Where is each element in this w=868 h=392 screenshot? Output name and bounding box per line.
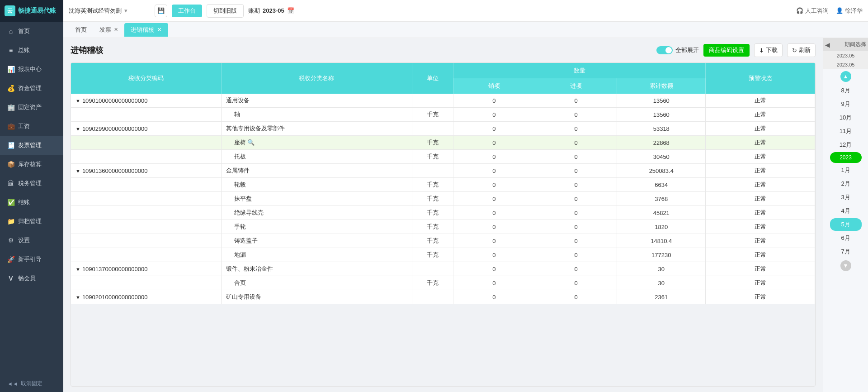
app-name: 畅捷通易代账 bbox=[18, 7, 56, 15]
row-unit bbox=[412, 262, 453, 276]
month-item[interactable]: 11月 bbox=[830, 125, 862, 138]
month-item[interactable]: 6月 bbox=[830, 232, 862, 244]
toggle-track[interactable] bbox=[656, 46, 673, 54]
tab-reconcile-close[interactable]: ✕ bbox=[157, 26, 162, 33]
fixed-icon: 🏢 bbox=[7, 104, 14, 111]
sidebar-item-ledger[interactable]: ≡ 总账 bbox=[0, 41, 63, 60]
month-item[interactable]: 1月 bbox=[830, 164, 862, 177]
month-item[interactable]: 2月 bbox=[830, 177, 862, 190]
sidebar-item-inventory[interactable]: 📦 库存核算 bbox=[0, 155, 63, 174]
chevron-down-icon[interactable]: ▾ bbox=[124, 7, 127, 14]
scroll-down-button[interactable]: ▼ bbox=[840, 260, 851, 271]
row-sale: 0 bbox=[453, 108, 535, 122]
month-item[interactable]: 3月 bbox=[830, 191, 862, 204]
inventory-icon: 📦 bbox=[7, 161, 14, 168]
tab-invoice[interactable]: 发票 ✕ bbox=[93, 23, 124, 37]
row-sale: 0 bbox=[453, 164, 535, 178]
row-unit bbox=[412, 164, 453, 178]
row-name: 轴 bbox=[221, 108, 412, 122]
sidebar-label-tax: 税务管理 bbox=[18, 179, 42, 187]
sidebar-item-member[interactable]: V 畅会员 bbox=[0, 269, 63, 288]
month-item[interactable]: 9月 bbox=[830, 98, 862, 110]
month-item[interactable]: 7月 bbox=[830, 245, 862, 258]
row-status: 正常 bbox=[706, 192, 815, 206]
row-total: 177230 bbox=[617, 248, 706, 262]
month-item[interactable]: 12月 bbox=[830, 139, 862, 151]
topbar: 沈海英测试经营勿删 ▾ 💾 工作台 切到旧版 账期 2023-05 📅 🎧 人工… bbox=[63, 0, 868, 22]
month-item[interactable]: 10月 bbox=[830, 111, 862, 124]
home-icon: ⌂ bbox=[7, 28, 14, 35]
sidebar-item-report[interactable]: 📊 报表中心 bbox=[0, 60, 63, 79]
data-table[interactable]: 税收分类编码 税收分类名称 单位 数量 预警状态 销项 进项 累计数额 bbox=[71, 62, 816, 387]
sidebar-item-tax[interactable]: 🏛 税务管理 bbox=[0, 174, 63, 193]
row-sale: 0 bbox=[453, 136, 535, 150]
month-item[interactable]: 8月 bbox=[830, 84, 862, 97]
sidebar-item-settings[interactable]: ⚙ 设置 bbox=[0, 231, 63, 250]
sidebar-item-archive[interactable]: 📁 归档管理 bbox=[0, 212, 63, 231]
user-menu[interactable]: 👤 徐泽华 bbox=[836, 7, 863, 15]
months-list: 8月9月10月11月12月20231月2月3月4月5月6月7月 bbox=[823, 84, 868, 258]
tab-reconcile[interactable]: 进销稽核 ✕ bbox=[124, 23, 168, 37]
sidebar-item-salary[interactable]: 💼 工资 bbox=[0, 117, 63, 136]
month-item[interactable]: 4月 bbox=[830, 205, 862, 217]
row-status: 正常 bbox=[706, 164, 815, 178]
col-total: 累计数额 bbox=[617, 78, 706, 94]
content-area: 进销稽核 全部展开 商品编码设置 ⬇ 下载 bbox=[63, 38, 823, 392]
panel-collapse-button[interactable]: ◀ bbox=[825, 41, 830, 48]
archive-icon: 📁 bbox=[7, 218, 14, 225]
tab-invoice-close[interactable]: ✕ bbox=[114, 27, 118, 33]
sidebar-label-home: 首页 bbox=[18, 27, 30, 35]
sidebar-label-settings: 设置 bbox=[18, 236, 30, 244]
panel-close-button[interactable]: ✕ bbox=[861, 40, 866, 47]
scroll-up-button[interactable]: ▲ bbox=[840, 71, 851, 82]
period-label: 账期 bbox=[248, 7, 260, 15]
row-purchase: 0 bbox=[535, 136, 617, 150]
search-icon[interactable]: 🔍 bbox=[247, 139, 255, 146]
month-item[interactable]: 5月 bbox=[830, 218, 862, 231]
row-total: 45821 bbox=[617, 206, 706, 220]
row-name: 抹平盘 bbox=[221, 192, 412, 206]
report-icon: 📊 bbox=[7, 66, 14, 73]
expand-toggle[interactable]: 全部展开 bbox=[656, 46, 699, 54]
sidebar-item-guide[interactable]: 🚀 新手引导 bbox=[0, 250, 63, 269]
row-status: 正常 bbox=[706, 276, 815, 290]
sidebar-item-funds[interactable]: 💰 资金管理 bbox=[0, 79, 63, 98]
sidebar-item-home[interactable]: ⌂ 首页 bbox=[0, 22, 63, 41]
sidebar-item-invoice[interactable]: 🧾 发票管理 bbox=[0, 136, 63, 155]
calendar-icon[interactable]: 📅 bbox=[287, 7, 294, 14]
row-status: 正常 bbox=[706, 178, 815, 192]
row-code bbox=[71, 206, 221, 220]
sidebar-label-salary: 工资 bbox=[18, 122, 30, 130]
guide-icon: 🚀 bbox=[7, 256, 14, 263]
row-unit: 千克 bbox=[412, 178, 453, 192]
company-selector[interactable]: 沈海英测试经营勿删 ▾ bbox=[69, 7, 150, 15]
invoice-icon: 🧾 bbox=[7, 142, 14, 149]
tab-home[interactable]: 首页 bbox=[69, 23, 93, 37]
switch-version-button[interactable]: 切到旧版 bbox=[207, 4, 244, 18]
row-purchase: 0 bbox=[535, 150, 617, 164]
settings-icon: ⚙ bbox=[7, 237, 14, 244]
download-button[interactable]: ⬇ 下载 bbox=[754, 43, 783, 57]
sidebar: 云 畅捷通易代账 ⌂ 首页 ≡ 总账 📊 报表中心 💰 资金管理 🏢 固定资产 … bbox=[0, 0, 63, 392]
funds-icon: 💰 bbox=[7, 85, 14, 92]
row-purchase: 0 bbox=[535, 234, 617, 248]
unpin-button[interactable]: ◄◄ 取消固定 bbox=[0, 375, 63, 392]
topbar-right: 🎧 人工咨询 👤 徐泽华 bbox=[796, 7, 863, 15]
row-unit: 千克 bbox=[412, 276, 453, 290]
row-total: 14810.4 bbox=[617, 234, 706, 248]
col-purchase: 进项 bbox=[535, 78, 617, 94]
row-code: ▼10901000000000000000 bbox=[71, 94, 221, 108]
commodity-setting-button[interactable]: 商品编码设置 bbox=[703, 44, 750, 57]
save-button[interactable]: 💾 bbox=[155, 5, 167, 17]
sidebar-item-fixed[interactable]: 🏢 固定资产 bbox=[0, 98, 63, 117]
save-icon: 💾 bbox=[157, 7, 165, 14]
refresh-button[interactable]: ↻ 刷新 bbox=[787, 43, 816, 57]
workbench-button[interactable]: 工作台 bbox=[172, 5, 202, 17]
support-button[interactable]: 🎧 人工咨询 bbox=[796, 7, 829, 15]
row-status: 正常 bbox=[706, 108, 815, 122]
period-selector[interactable]: 账期 2023-05 📅 bbox=[248, 7, 294, 15]
row-total: 30 bbox=[617, 262, 706, 276]
row-status: 正常 bbox=[706, 136, 815, 150]
sidebar-item-close[interactable]: ✅ 结账 bbox=[0, 193, 63, 212]
row-name: 其他专用设备及零部件 bbox=[221, 122, 412, 136]
